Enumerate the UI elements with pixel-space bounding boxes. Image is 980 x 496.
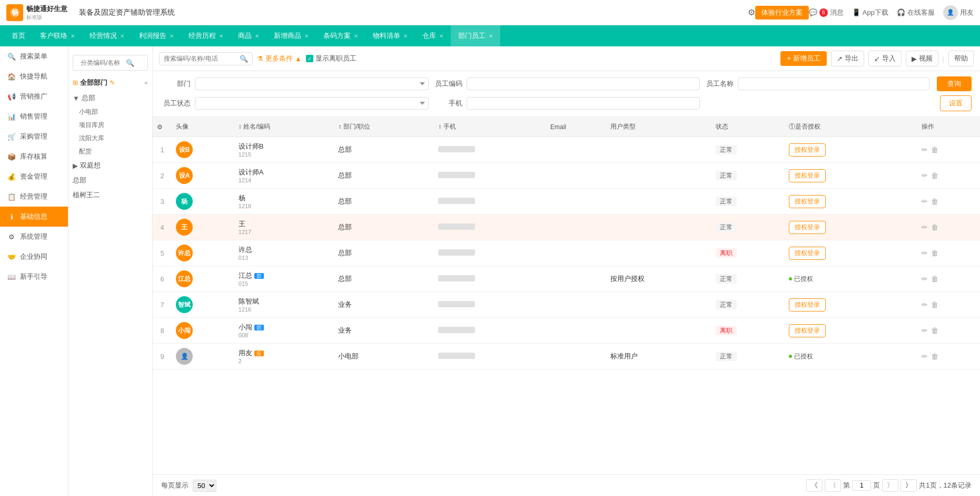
sidebar-item-marketing[interactable]: 📢 营销推广 bbox=[0, 86, 68, 106]
show-resigned-toggle[interactable]: ✓ 显示离职员工 bbox=[306, 54, 357, 63]
edit-icon[interactable]: ✏ bbox=[922, 249, 928, 257]
edit-icon[interactable]: ✏ bbox=[922, 352, 928, 361]
export-button[interactable]: ↗ 导出 bbox=[831, 51, 864, 66]
sidebar-item-finance[interactable]: 💰 资金管理 bbox=[0, 167, 68, 187]
sidebar-item-system[interactable]: ⚙ 系统管理 bbox=[0, 227, 68, 247]
emp-status-select[interactable] bbox=[195, 97, 429, 110]
auth-button[interactable]: 授权登录 bbox=[789, 298, 826, 312]
dept-item-zongbu[interactable]: ▼ 总部 bbox=[68, 91, 152, 105]
close-icon[interactable]: ✕ bbox=[255, 33, 259, 39]
tab-profit[interactable]: 利润报告✕ bbox=[132, 25, 181, 46]
delete-icon[interactable]: 🗑 bbox=[931, 249, 938, 257]
per-page-select[interactable]: 50 bbox=[193, 480, 216, 492]
close-icon[interactable]: ✕ bbox=[170, 33, 174, 39]
dept-item-shuangtingxiang[interactable]: ▶ 双庭想 bbox=[68, 158, 152, 173]
dept-filter-select[interactable] bbox=[195, 77, 429, 90]
help-button[interactable]: 帮助 bbox=[948, 51, 974, 66]
tab-bom[interactable]: 物料清单✕ bbox=[365, 25, 415, 46]
dept-child-shenyang[interactable]: 沈阳大库 bbox=[68, 132, 152, 145]
delete-icon[interactable]: 🗑 bbox=[931, 275, 938, 283]
tab-operations[interactable]: 经营情况✕ bbox=[82, 25, 132, 46]
tab-barcode[interactable]: 条码方案✕ bbox=[316, 25, 365, 46]
dept-child-xiaodian[interactable]: 小电部 bbox=[68, 105, 152, 119]
dept-edit-icon[interactable]: ✎ bbox=[110, 79, 115, 86]
close-icon[interactable]: ✕ bbox=[219, 33, 223, 39]
set-button[interactable]: 设置 bbox=[940, 95, 972, 111]
auth-button[interactable]: 授权登录 bbox=[789, 221, 826, 234]
sidebar-item-guide[interactable]: 📖 新手引导 bbox=[0, 267, 68, 287]
dept-item-zongbu2[interactable]: 总部 bbox=[68, 173, 152, 188]
edit-icon[interactable]: ✏ bbox=[922, 223, 928, 231]
sidebar-item-inventory[interactable]: 📦 库存核算 bbox=[0, 147, 68, 167]
add-employee-button[interactable]: + 新增员工 bbox=[780, 51, 826, 66]
delete-icon[interactable]: 🗑 bbox=[931, 145, 938, 154]
tab-home[interactable]: 首页 bbox=[4, 25, 33, 46]
sidebar-item-purchase[interactable]: 🛒 采购管理 bbox=[0, 127, 68, 147]
tab-history[interactable]: 经营历程✕ bbox=[181, 25, 231, 46]
online-service-button[interactable]: 🎧 在线客服 bbox=[897, 8, 935, 17]
close-icon[interactable]: ✕ bbox=[489, 33, 493, 39]
tab-warehouse[interactable]: 仓库✕ bbox=[415, 25, 451, 46]
close-icon[interactable]: ✕ bbox=[120, 33, 124, 39]
edit-icon[interactable]: ✏ bbox=[922, 197, 928, 206]
sidebar-item-shortcut[interactable]: 🏠 快捷导航 bbox=[0, 66, 68, 86]
message-button[interactable]: 💬 6 消息 bbox=[809, 8, 844, 17]
last-page-button[interactable]: 》 bbox=[900, 479, 917, 492]
th-dept[interactable]: ↕ 部门/职位 bbox=[334, 117, 434, 137]
emp-name-input[interactable] bbox=[738, 77, 929, 90]
close-icon[interactable]: ✕ bbox=[439, 33, 443, 39]
dept-child-peihuo[interactable]: 配货 bbox=[68, 145, 152, 158]
prev-page-button[interactable]: 〈 bbox=[825, 479, 841, 492]
edit-icon[interactable]: ✏ bbox=[922, 326, 928, 335]
delete-icon[interactable]: 🗑 bbox=[931, 326, 938, 335]
auth-button[interactable]: 授权登录 bbox=[789, 195, 826, 208]
dept-child-project[interactable]: 项目库房 bbox=[68, 119, 152, 132]
next-page-button[interactable]: 〉 bbox=[882, 479, 898, 492]
auth-button[interactable]: 授权登录 bbox=[789, 247, 826, 260]
sidebar-item-sales[interactable]: 📊 销售管理 bbox=[0, 106, 68, 127]
user-area[interactable]: 👤 用友 bbox=[943, 5, 974, 20]
all-dept-item[interactable]: ⊞ 全部部门 ✎ « bbox=[68, 75, 152, 91]
delete-icon[interactable]: 🗑 bbox=[931, 197, 938, 206]
tab-goods[interactable]: 商品✕ bbox=[231, 25, 266, 46]
tab-department[interactable]: 部门员工✕ bbox=[451, 25, 500, 46]
sidebar-item-management[interactable]: 📋 经营管理 bbox=[0, 187, 68, 207]
auth-button[interactable]: 授权登录 bbox=[789, 169, 826, 182]
delete-icon[interactable]: 🗑 bbox=[931, 352, 938, 361]
query-button[interactable]: 查询 bbox=[937, 76, 972, 91]
tab-customer[interactable]: 客户联络✕ bbox=[33, 25, 82, 46]
delete-icon[interactable]: 🗑 bbox=[931, 223, 938, 231]
page-number-input[interactable] bbox=[852, 480, 871, 491]
dept-item-zhishuwanger[interactable]: 植树王二 bbox=[68, 188, 152, 202]
gear-button[interactable]: ⚙ bbox=[748, 7, 755, 17]
tab-new-goods[interactable]: 新增商品✕ bbox=[266, 25, 316, 46]
th-phone[interactable]: ↕ 手机 bbox=[434, 117, 546, 137]
sidebar-item-cooperation[interactable]: 🤝 企业协同 bbox=[0, 247, 68, 267]
edit-icon[interactable]: ✏ bbox=[922, 171, 928, 180]
delete-icon[interactable]: 🗑 bbox=[931, 300, 938, 309]
experience-button[interactable]: 体验行业方案 bbox=[755, 6, 809, 20]
emp-code-input[interactable] bbox=[467, 77, 700, 90]
search-input[interactable] bbox=[164, 55, 237, 62]
close-icon[interactable]: ✕ bbox=[403, 33, 408, 39]
dept-search-input[interactable] bbox=[76, 57, 124, 69]
auth-button[interactable]: 授权登录 bbox=[789, 324, 826, 337]
close-icon[interactable]: ✕ bbox=[354, 33, 358, 39]
more-filters-button[interactable]: ⚗ 更多条件 ▲ bbox=[257, 54, 302, 63]
close-icon[interactable]: ✕ bbox=[71, 33, 75, 39]
app-download-button[interactable]: 📱 App下载 bbox=[852, 8, 888, 17]
auth-button[interactable]: 授权登录 bbox=[789, 143, 826, 157]
sidebar-item-basic-info[interactable]: ℹ 基础信息 bbox=[0, 207, 68, 227]
phone-input[interactable] bbox=[467, 97, 700, 110]
import-button[interactable]: ↙ 导入 bbox=[868, 51, 902, 66]
first-page-button[interactable]: 《 bbox=[806, 479, 823, 492]
close-icon[interactable]: ✕ bbox=[304, 33, 309, 39]
edit-icon[interactable]: ✏ bbox=[922, 275, 928, 283]
delete-icon[interactable]: 🗑 bbox=[931, 171, 938, 180]
dept-collapse-icon[interactable]: « bbox=[144, 79, 148, 86]
view-button[interactable]: ▶ 视频 bbox=[906, 51, 938, 66]
th-name[interactable]: ↕ 姓名/编码 bbox=[234, 117, 334, 137]
sidebar-item-search[interactable]: 🔍 搜索菜单 bbox=[0, 46, 68, 66]
edit-icon[interactable]: ✏ bbox=[922, 145, 928, 154]
edit-icon[interactable]: ✏ bbox=[922, 300, 928, 309]
